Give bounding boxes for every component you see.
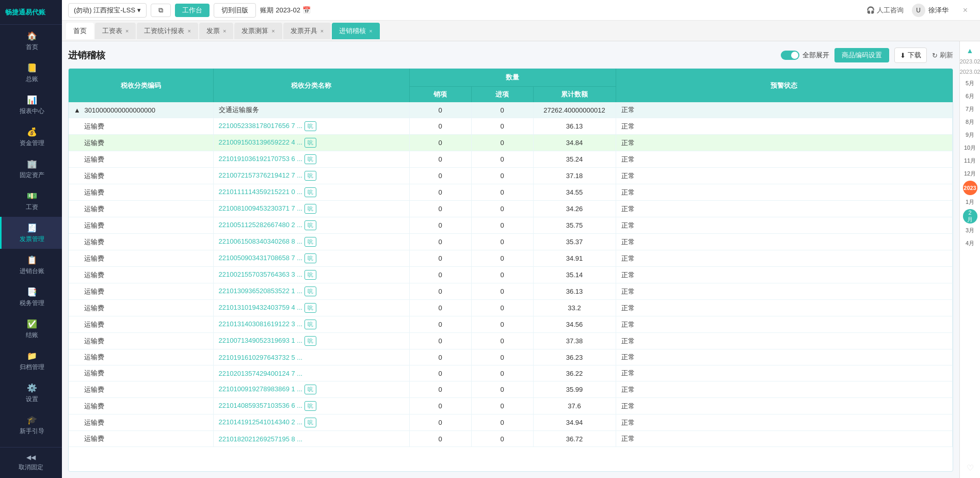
- cell-code: 运输费: [69, 201, 213, 217]
- cell-code: 运输费: [69, 151, 213, 168]
- tab-home[interactable]: 首页: [66, 23, 94, 39]
- pic-tag: 吭: [304, 303, 316, 313]
- pic-tag: 吭: [304, 121, 316, 131]
- tab-calc[interactable]: 发票测算 ×: [234, 23, 282, 39]
- sidebar-item-sales-ledger[interactable]: 📋 进销台账: [0, 249, 62, 281]
- cell-jin: 0: [471, 168, 533, 184]
- month-1[interactable]: 1月: [961, 196, 979, 208]
- cell-jin: 0: [471, 135, 533, 151]
- sidebar-item-guide[interactable]: 🎓 新手引导: [0, 409, 62, 441]
- expand-icon[interactable]: ▲: [74, 106, 81, 114]
- table-row: 运输费 2210111114359215221 0 ... 吭 0 0 34.5…: [69, 184, 953, 201]
- tab-open-close[interactable]: ×: [320, 28, 324, 34]
- sidebar-item-archive[interactable]: 📁 归档管理: [0, 345, 62, 377]
- sidebar-item-member[interactable]: 👑 畅会员: [0, 441, 62, 447]
- panel-up-arrow[interactable]: ▲: [966, 45, 975, 56]
- sidebar-footer[interactable]: ◀◀ 取消固定: [0, 447, 62, 478]
- toggle-thumb: [791, 52, 798, 59]
- cell-xiao: 0: [409, 431, 471, 447]
- sidebar-item-tax[interactable]: 📑 税务管理: [0, 281, 62, 313]
- month-10[interactable]: 10月: [961, 142, 979, 154]
- tab-open[interactable]: 发票开具 ×: [283, 23, 331, 39]
- settings-btn[interactable]: 商品编码设置: [834, 48, 889, 62]
- table-row: 运输费 2210050903431708658 7 ... 吭 0 0 34.9…: [69, 250, 953, 267]
- cell-status: 正常: [616, 381, 953, 398]
- tab-stats[interactable]: 工资统计报表 ×: [137, 23, 198, 39]
- sidebar-item-ledger[interactable]: 📒 总账: [0, 57, 62, 89]
- sidebar-item-capital[interactable]: 💰 资金管理: [0, 121, 62, 153]
- table-row: 运输费 2210131403081619122 3 ... 吭 0 0 34.5…: [69, 316, 953, 333]
- assets-icon: 🏢: [27, 159, 37, 169]
- reconcile-table: 税收分类编码 税收分类名称 数量 预警状态: [69, 69, 953, 447]
- month-12[interactable]: 12月: [961, 168, 979, 180]
- year-2023[interactable]: 2023: [963, 181, 977, 195]
- user-menu[interactable]: U 徐泽华: [912, 4, 949, 17]
- sidebar-item-settings[interactable]: ⚙️ 设置: [0, 377, 62, 409]
- tab-reconcile-close[interactable]: ×: [369, 28, 372, 34]
- cell-invoice-no: 2210131403081619122 3 ... 吭: [213, 316, 409, 333]
- sidebar-item-settlement[interactable]: ✅ 结账: [0, 313, 62, 345]
- tab-payroll[interactable]: 工资表 ×: [95, 23, 136, 39]
- tab-calc-label: 发票测算: [242, 26, 268, 36]
- tab-invoice[interactable]: 发票 ×: [199, 23, 233, 39]
- expand-toggle[interactable]: 全部展开: [781, 51, 829, 60]
- th-quantity-group: 数量: [409, 69, 616, 87]
- table-row: 运输费 2210130936520853522 1 ... 吭 0 0 36.1…: [69, 283, 953, 300]
- pic-tag: 吭: [304, 336, 316, 346]
- table-row: 运输费 2210052338178017656 7 ... 吭 0 0 36.1…: [69, 118, 953, 135]
- sidebar-item-salary[interactable]: 💵 工资: [0, 185, 62, 217]
- month-3[interactable]: 3月: [961, 225, 979, 236]
- cell-invoice-no: 2210111114359215221 0 ... 吭: [213, 184, 409, 201]
- sidebar-item-invoice-mgmt[interactable]: 🧾 发票管理: [0, 217, 62, 249]
- month-2[interactable]: 2月: [963, 209, 977, 224]
- sidebar-item-assets[interactable]: 🏢 固定资产: [0, 153, 62, 185]
- workspace-btn[interactable]: 工作台: [175, 4, 210, 17]
- sidebar-item-report[interactable]: 📊 报表中心: [0, 89, 62, 121]
- pic-tag: 吭: [304, 401, 316, 411]
- refresh-btn[interactable]: ↻ 刷新: [932, 51, 953, 60]
- home-icon: 🏠: [27, 31, 37, 41]
- month-6[interactable]: 6月: [961, 90, 979, 102]
- tab-reconcile[interactable]: 进销稽核 ×: [332, 23, 379, 39]
- support-btn[interactable]: 🎧 人工咨询: [866, 6, 904, 15]
- download-btn[interactable]: ⬇ 下载: [894, 47, 927, 63]
- copy-btn[interactable]: ⧉: [151, 4, 171, 17]
- cell-status: 正常: [616, 415, 953, 431]
- cell-invoice-no: 2210140859357103536 6 ... 吭: [213, 398, 409, 415]
- switch-version-btn[interactable]: 切到旧版: [214, 3, 256, 18]
- pic-tag: 吭: [304, 187, 316, 197]
- month-9[interactable]: 9月: [961, 129, 979, 141]
- close-btn[interactable]: ×: [957, 6, 974, 15]
- table-row: 运输费 2210072157376219412 7 ... 吭 0 0 37.1…: [69, 168, 953, 184]
- calendar-icon[interactable]: 📅: [302, 6, 311, 14]
- company-selector[interactable]: (勿动) 江西报宝-LSS ▾: [68, 3, 147, 18]
- capital-icon: 💰: [27, 127, 37, 137]
- month-8[interactable]: 8月: [961, 116, 979, 128]
- pic-tag: 吭: [304, 418, 316, 427]
- month-5[interactable]: 5月: [961, 77, 979, 89]
- page-content: 进销稽核 全部展开 商品编码设置 ⬇ 下载 ↻ 刷: [62, 41, 980, 478]
- tab-stats-label: 工资统计报表: [144, 26, 184, 36]
- month-11[interactable]: 11月: [961, 155, 979, 167]
- cell-status: 正常: [616, 431, 953, 447]
- tab-stats-close[interactable]: ×: [187, 28, 190, 34]
- tab-invoice-close[interactable]: ×: [223, 28, 226, 34]
- tab-invoice-label: 发票: [206, 26, 220, 36]
- download-icon: ⬇: [900, 52, 906, 59]
- cell-jin: 0: [471, 381, 533, 398]
- sidebar-item-home[interactable]: 🏠 首页: [0, 25, 62, 57]
- tab-payroll-close[interactable]: ×: [125, 28, 128, 34]
- tab-calc-close[interactable]: ×: [271, 28, 275, 34]
- month-4[interactable]: 4月: [961, 237, 979, 249]
- cell-status: 正常: [616, 267, 953, 283]
- cell-code: 运输费: [69, 381, 213, 398]
- cell-invoice-no: 2210052338178017656 7 ... 吭: [213, 118, 409, 135]
- cell-code: 运输费: [69, 283, 213, 300]
- cell-leiji: 34.84: [533, 135, 616, 151]
- cell-status: 正常: [616, 118, 953, 135]
- cell-status: 正常: [616, 168, 953, 184]
- table-row: 运输费 2210021557035764363 3 ... 吭 0 0 35.1…: [69, 267, 953, 283]
- cell-leiji: 27262.40000000012: [533, 102, 616, 118]
- sidebar-item-label: 设置: [26, 395, 38, 404]
- month-7[interactable]: 7月: [961, 103, 979, 115]
